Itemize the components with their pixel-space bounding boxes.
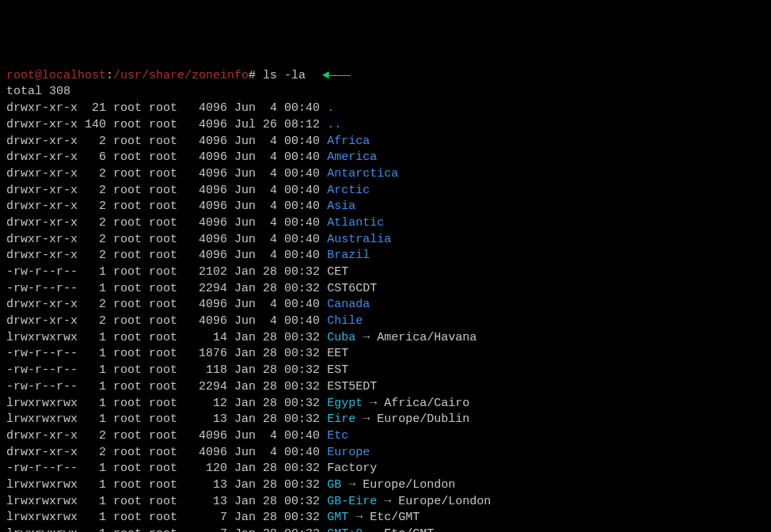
group: root [142,446,177,459]
list-row: drwxr-xr-x 140 root root 4096 Jul 26 08:… [6,117,765,134]
list-row: drwxr-xr-x 21 root root 4096 Jun 4 00:40… [6,101,765,117]
date: Jan 28 00:32 [227,380,320,393]
date: Jun 4 00:40 [227,446,320,459]
entry-name: Atlantic [327,216,384,230]
entry-name: Egypt [327,397,363,410]
links: 6 [78,150,106,164]
links: 1 [78,265,106,279]
group: root [142,462,177,475]
owner: root [106,363,142,377]
size: 4096 [177,216,227,230]
size: 13 [177,412,227,426]
size: 7 [177,511,227,524]
link-target: Africa/Cairo [384,397,469,410]
owner: root [106,462,142,475]
perm: drwxr-xr-x [6,118,78,131]
list-row: -rw-r--r-- 1 root root 118 Jan 28 00:32 … [6,363,765,379]
entry-name: Australia [327,233,391,246]
entry-name: .. [327,118,341,131]
command-text: ls -la [263,69,306,82]
terminal-output[interactable]: root@localhost:/usr/share/zoneinfo# ls -… [6,68,765,532]
date: Jun 4 00:40 [227,101,320,115]
links: 1 [78,380,106,393]
entry-name: Cuba [327,331,355,344]
date: Jun 4 00:40 [227,150,320,164]
link-target: Europe/London [398,495,491,508]
list-row: -rw-r--r-- 1 root root 2294 Jan 28 00:32… [6,379,765,396]
entry-name: Arctic [327,184,370,197]
list-row: lrwxrwxrwx 1 root root 7 Jan 28 00:32 GM… [6,526,765,532]
size: 4096 [177,184,227,197]
owner: root [106,511,142,524]
date: Jan 28 00:32 [227,363,320,377]
perm: drwxr-xr-x [6,298,78,311]
size: 4096 [177,118,227,131]
group: root [142,412,177,426]
perm: drwxr-xr-x [6,101,78,115]
link-target: Europe/Dublin [377,412,469,426]
list-row: drwxr-xr-x 2 root root 4096 Jun 4 00:40 … [6,248,765,264]
prompt-user: root@localhost [6,69,106,82]
date: Jan 28 00:32 [227,265,320,279]
date: Jun 4 00:40 [227,135,320,148]
link-target: Europe/London [363,478,455,492]
entry-name: CET [327,265,348,279]
list-row: drwxr-xr-x 2 root root 4096 Jun 4 00:40 … [6,183,765,200]
group: root [142,347,177,360]
links: 2 [78,216,106,230]
link-arrow-icon: → [341,478,363,492]
date: Jul 26 08:12 [227,118,320,131]
perm: drwxr-xr-x [6,216,78,230]
prompt-line[interactable]: root@localhost:/usr/share/zoneinfo# ls -… [6,68,765,85]
perm: -rw-r--r-- [6,265,78,279]
list-row: drwxr-xr-x 2 root root 4096 Jun 4 00:40 … [6,215,765,232]
link-target: Etc/GMT [370,511,420,524]
group: root [142,380,177,393]
size: 12 [177,397,227,410]
list-row: lrwxrwxrwx 1 root root 7 Jan 28 00:32 GM… [6,510,765,526]
owner: root [106,184,142,197]
date: Jan 28 00:32 [227,412,320,426]
size: 2294 [177,380,227,393]
list-row: drwxr-xr-x 2 root root 4096 Jun 4 00:40 … [6,297,765,314]
group: root [142,282,177,295]
owner: root [106,249,142,262]
group: root [142,265,177,279]
group: root [142,216,177,230]
link-target: Etc/GMT [384,527,434,532]
group: root [142,478,177,492]
group: root [142,150,177,164]
group: root [142,249,177,262]
date: Jan 28 00:32 [227,462,320,475]
group: root [142,200,177,213]
links: 2 [78,184,106,197]
owner: root [106,380,142,393]
links: 1 [78,495,106,508]
perm: -rw-r--r-- [6,380,78,393]
size: 4096 [177,298,227,311]
date: Jan 28 00:32 [227,478,320,492]
link-arrow-icon: → [355,331,377,344]
date: Jun 4 00:40 [227,429,320,443]
entry-name: CST6CDT [327,282,377,295]
date: Jun 4 00:40 [227,184,320,197]
date: Jan 28 00:32 [227,282,320,295]
size: 4096 [177,200,227,213]
size: 2294 [177,282,227,295]
size: 4096 [177,101,227,115]
list-row: lrwxrwxrwx 1 root root 12 Jan 28 00:32 E… [6,396,765,412]
date: Jun 4 00:40 [227,314,320,328]
link-arrow-icon: → [377,495,398,508]
link-arrow-icon: → [363,527,384,532]
size: 4096 [177,135,227,148]
list-row: lrwxrwxrwx 1 root root 13 Jan 28 00:32 G… [6,477,765,494]
links: 1 [78,511,106,524]
entry-name: Canada [327,298,370,311]
owner: root [106,527,142,532]
perm: drwxr-xr-x [6,184,78,197]
perm: lrwxrwxrwx [6,527,78,532]
entry-name: GMT+0 [327,527,363,532]
date: Jan 28 00:32 [227,511,320,524]
links: 2 [78,249,106,262]
list-row: -rw-r--r-- 1 root root 1876 Jan 28 00:32… [6,346,765,363]
